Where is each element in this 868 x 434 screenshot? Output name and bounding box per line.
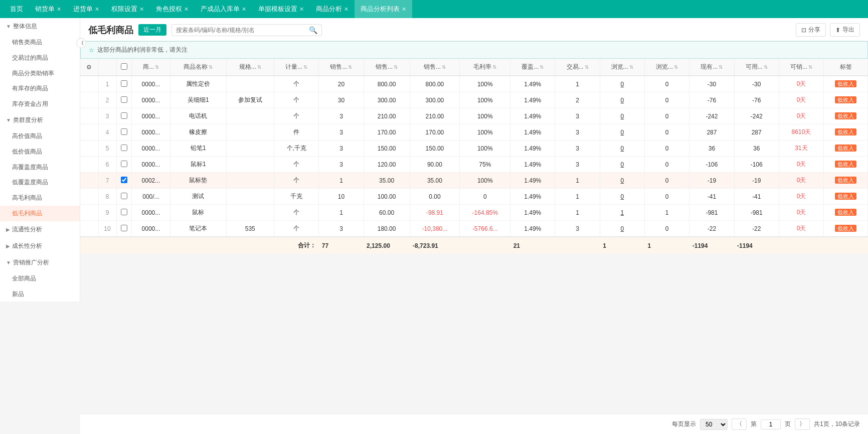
col-current[interactable]: 现有...⇅	[689, 59, 734, 76]
prev-page-btn[interactable]: 〈	[732, 418, 747, 430]
nav-purchase[interactable]: 进货单✕	[67, 0, 105, 18]
col-saleable[interactable]: 可销...⇅	[779, 59, 823, 76]
col-unit[interactable]: 计量...⇅	[274, 59, 319, 76]
nav-product-in-close[interactable]: ✕	[242, 6, 246, 12]
nav-sales[interactable]: 销货单✕	[29, 0, 67, 18]
cell-check[interactable]	[116, 205, 131, 221]
sidebar-item-high-coverage[interactable]: 高覆盖度商品	[0, 160, 80, 175]
period-button[interactable]: 近一月	[138, 24, 166, 36]
cell-coverage: 1	[555, 76, 600, 92]
nav-template[interactable]: 单据模板设置✕	[252, 0, 310, 18]
nav-home[interactable]: 首页	[4, 0, 29, 18]
col-sale-amt[interactable]: 销售...⇅	[410, 59, 460, 76]
cell-check[interactable]	[116, 92, 131, 108]
sidebar-item-low-coverage[interactable]: 低覆盖度商品	[0, 175, 80, 190]
nav-permission[interactable]: 权限设置✕	[105, 0, 150, 18]
cell-coverage: 2	[555, 92, 600, 108]
check-all-checkbox[interactable]	[121, 63, 127, 70]
sidebar-item-in-stock[interactable]: 有库存的商品	[0, 81, 80, 96]
col-available[interactable]: 可用...⇅	[734, 59, 779, 76]
nav-analysis-list[interactable]: 商品分析列表✕	[355, 0, 412, 18]
cell-current: -981	[689, 205, 734, 221]
share-label: 分享	[808, 26, 820, 34]
sidebar-item-low-value[interactable]: 低价值商品	[0, 144, 80, 160]
sidebar-item-all-goods[interactable]: 全部商品	[0, 271, 80, 286]
next-page-btn[interactable]: 〉	[795, 418, 810, 430]
cell-name: 测试	[170, 189, 226, 205]
cell-browse1[interactable]: 0	[600, 189, 644, 205]
sidebar-group-circulation-arrow: ▶	[6, 227, 10, 232]
col-spec[interactable]: 规格...⇅	[226, 59, 274, 76]
col-num	[98, 59, 116, 76]
sidebar-item-traded-goods[interactable]: 交易过的商品	[0, 50, 80, 66]
col-trade[interactable]: 交易...⇅	[555, 59, 600, 76]
cell-check[interactable]	[116, 140, 131, 157]
col-qty[interactable]: 销售...⇅	[319, 59, 364, 76]
cell-check[interactable]	[116, 221, 131, 237]
cell-browse1[interactable]: 1	[600, 205, 644, 221]
cell-check[interactable]	[116, 173, 131, 189]
col-code[interactable]: 商...⇅	[131, 59, 170, 76]
share-button[interactable]: ⊡ 分享	[796, 23, 826, 37]
cell-browse1[interactable]: 0	[600, 124, 644, 140]
nav-permission-close[interactable]: ✕	[139, 6, 144, 12]
nav-template-close[interactable]: ✕	[299, 6, 304, 12]
page-input[interactable]	[761, 419, 781, 429]
sort-current-icon: ⇅	[719, 64, 723, 70]
export-label: 导出	[842, 26, 854, 34]
sidebar-item-high-margin[interactable]: 高毛利商品	[0, 190, 80, 206]
col-settings[interactable]: ⚙	[80, 59, 98, 76]
cell-check[interactable]	[116, 157, 131, 173]
nav-analysis-list-close[interactable]: ✕	[402, 6, 406, 12]
sidebar-item-low-margin[interactable]: 低毛利商品	[0, 206, 80, 221]
cell-browse1[interactable]: 0	[600, 76, 644, 92]
sidebar-item-category-rate[interactable]: 商品分类助销率	[0, 66, 80, 81]
header-actions: ⊡ 分享 ⬆ 导出	[796, 23, 860, 37]
cell-check[interactable]	[116, 189, 131, 205]
sidebar-group-growth[interactable]: ▶ 成长性分析	[0, 238, 80, 254]
sort-margin-icon: ⇅	[492, 64, 496, 70]
cell-check[interactable]	[116, 76, 131, 92]
nav-sales-close[interactable]: ✕	[57, 6, 61, 12]
nav-role[interactable]: 角色授权✕	[150, 0, 195, 18]
search-input[interactable]	[176, 27, 309, 34]
cell-browse1[interactable]: 0	[600, 173, 644, 189]
nav-purchase-close[interactable]: ✕	[95, 6, 99, 12]
cell-available: -242	[734, 108, 779, 124]
cell-settings	[80, 189, 98, 205]
table-area[interactable]: ⚙ 商...⇅ 商品名称⇅ 规格...⇅	[80, 59, 868, 414]
sidebar-item-sales-goods[interactable]: 销售类商品	[0, 35, 80, 50]
nav-analysis-close[interactable]: ✕	[344, 6, 349, 12]
col-coverage[interactable]: 覆盖...⇅	[510, 59, 555, 76]
col-browse2[interactable]: 浏览...⇅	[644, 59, 689, 76]
col-margin[interactable]: 毛利率⇅	[460, 59, 510, 76]
per-page-select[interactable]: 50 100 200	[700, 419, 728, 430]
sort-sale-amt-icon: ⇅	[442, 64, 446, 70]
sidebar-collapse-btn[interactable]: 《	[76, 38, 86, 48]
cell-browse1[interactable]: 0	[600, 157, 644, 173]
col-browse1[interactable]: 浏览...⇅	[600, 59, 644, 76]
nav-analysis[interactable]: 商品分析✕	[310, 0, 355, 18]
sidebar-item-new-goods[interactable]: 新品	[0, 286, 80, 302]
nav-product-in[interactable]: 产成品入库单✕	[195, 0, 252, 18]
search-icon[interactable]: 🔍	[309, 26, 317, 34]
cell-check[interactable]	[116, 108, 131, 124]
col-check-all[interactable]	[116, 59, 131, 76]
cell-browse1[interactable]: 0	[600, 92, 644, 108]
sidebar-item-inventory-capital[interactable]: 库存资金占用	[0, 96, 80, 112]
sidebar-group-overview[interactable]: ▼ 整体信息	[0, 18, 80, 35]
sidebar-group-marketing[interactable]: ▼ 营销推广分析	[0, 254, 80, 271]
cell-browse1[interactable]: 0	[600, 140, 644, 157]
cell-browse1[interactable]: 0	[600, 221, 644, 237]
cell-check[interactable]	[116, 124, 131, 140]
settings-icon[interactable]: ⚙	[86, 64, 92, 71]
nav-role-close[interactable]: ✕	[184, 6, 189, 12]
col-price[interactable]: 销售...⇅	[364, 59, 410, 76]
sidebar-item-high-value[interactable]: 高价值商品	[0, 128, 80, 144]
cell-current: 36	[689, 140, 734, 157]
sidebar-group-circulation[interactable]: ▶ 流通性分析	[0, 221, 80, 238]
export-button[interactable]: ⬆ 导出	[830, 23, 860, 37]
cell-browse1[interactable]: 0	[600, 108, 644, 124]
sidebar-group-cluster[interactable]: ▼ 类群度分析	[0, 112, 80, 128]
col-name[interactable]: 商品名称⇅	[170, 59, 226, 76]
